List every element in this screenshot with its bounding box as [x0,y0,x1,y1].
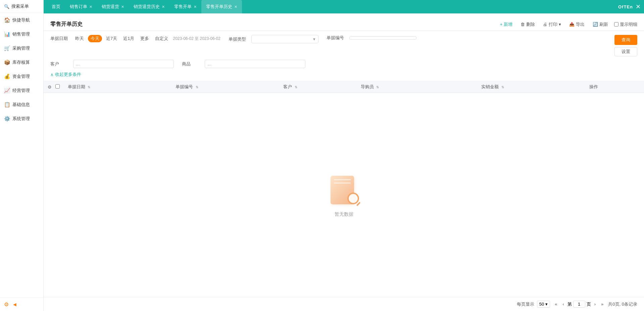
col-date-sort[interactable]: ⇅ [88,85,90,89]
sidebar-item-sys-mgmt[interactable]: ⚙️ 系统管理 [0,112,43,126]
table-settings-icon[interactable]: ⚙ [48,85,52,90]
doc-type-label: 单据类型 [229,36,249,42]
doc-no-input[interactable] [349,36,416,40]
date-btn-today[interactable]: 今天 [88,35,102,42]
box-icon: 📦 [4,59,10,65]
settings-col: ⚙ [44,81,64,93]
sidebar-item-base-info[interactable]: 📋 基础信息 [0,98,43,112]
sidebar: 🔍 搜索采单 🏠 快捷导航 📊 销售管理 🛒 采购管理 📦 库存核算 💰 资金管… [0,0,44,311]
collapse-filter-btn[interactable]: ∧ 收起更多条件 [50,71,637,77]
date-btn-yesterday[interactable]: 昨天 [73,35,86,42]
col-customer-sort[interactable]: ⇅ [295,85,297,89]
page-next-btn[interactable]: › [592,301,598,307]
delete-icon: 🗑 [521,22,525,27]
tab-home[interactable]: 首页 [47,0,65,13]
sidebar-item-label: 基础信息 [12,102,30,108]
select-arrow-icon: ▾ [313,37,315,42]
goods-label: 商品 [182,61,202,67]
show-detail-input[interactable] [614,22,618,27]
goods-input[interactable]: ... [205,60,305,68]
sidebar-item-operations[interactable]: 📈 经营管理 [0,84,43,98]
print-button[interactable]: 🖨 打印 ▾ [541,20,563,29]
date-btn-more[interactable]: 更多 [138,35,151,42]
sidebar-item-quick-nav[interactable]: 🏠 快捷导航 [0,13,43,27]
col-action: 操作 [585,81,644,93]
clipboard-icon: 📋 [4,102,10,108]
customer-input[interactable]: ... [73,60,174,68]
sidebar-item-label: 资金管理 [12,73,30,80]
settings-footer-btn[interactable]: ⚙ [4,301,9,308]
col-amount-sort[interactable]: ⇅ [501,85,504,89]
show-detail-checkbox[interactable]: 显示明细 [614,21,637,28]
select-all-checkbox[interactable] [55,84,60,89]
query-button[interactable]: 查询 [614,35,637,45]
export-button[interactable]: 📤 导出 [567,20,587,29]
per-page-value: 50 [539,302,544,307]
sidebar-item-sales-mgmt[interactable]: 📊 销售管理 [0,27,43,41]
tab-sales-return-history-close[interactable]: ✕ [162,5,165,9]
doc-type-select[interactable]: ▾ [251,35,318,43]
no-data-text: 暂无数据 [335,211,353,217]
filter-section: 单据日期 昨天 今天 近7天 近1月 更多 自定义 2023-06-02 至 2… [44,31,644,81]
tab-bar-right: OfTEn ✕ [618,3,641,10]
per-page-select[interactable]: 50 ▾ [537,301,550,308]
tab-sales-return-history[interactable]: 销货退货历史 ✕ [129,0,169,13]
export-icon: 📤 [569,22,575,27]
tab-sales-return[interactable]: 销货退货 ✕ [97,0,129,13]
per-page-arrow: ▾ [545,302,548,307]
tab-sales-return-close[interactable]: ✕ [121,5,124,9]
page-last-btn[interactable]: » [599,301,605,307]
sidebar-search[interactable]: 🔍 搜索采单 [0,0,43,13]
page-first-btn[interactable]: « [553,301,559,307]
tab-retail-open-history[interactable]: 零售开单历史 ✕ [201,0,242,13]
goods-filter-field: 商品 ... [182,60,305,68]
tab-retail-open-history-label: 零售开单历史 [206,4,232,10]
col-no: 单据编号 ⇅ [171,81,279,93]
col-no-sort[interactable]: ⇅ [196,85,198,89]
col-amount-label: 实销金额 [481,84,499,89]
show-detail-label: 显示明细 [620,21,637,28]
chart-icon: 📊 [4,31,10,37]
col-date-label: 单据日期 [68,84,85,89]
tab-home-label: 首页 [52,4,60,10]
page-title: 零售开单历史 [50,21,83,28]
sidebar-item-label: 经营管理 [12,88,30,94]
search-illustration [347,193,359,204]
sidebar-item-purchase-mgmt[interactable]: 🛒 采购管理 [0,41,43,55]
page-prev-btn[interactable]: ‹ [560,301,566,307]
collapse-sidebar-btn[interactable]: ◄ [12,302,17,308]
sidebar-item-inventory[interactable]: 📦 库存核算 [0,55,43,69]
main-content: 首页 销售订单 ✕ 销货退货 ✕ 销货退货历史 ✕ 零售开单 ✕ 零售开单历史 … [44,0,644,311]
refresh-button[interactable]: 🔄 刷新 [591,20,610,29]
collapse-label: 收起更多条件 [55,71,81,77]
tab-retail-open[interactable]: 零售开单 ✕ [169,0,201,13]
print-label: 打印 [549,21,557,28]
window-close-btn[interactable]: ✕ [636,3,641,10]
tab-sales-order[interactable]: 销售订单 ✕ [65,0,97,13]
sidebar-item-label: 系统管理 [12,116,30,122]
date-btn-custom[interactable]: 自定义 [153,35,170,42]
col-action-label: 操作 [589,84,598,89]
doc-no-label: 单据编号 [327,35,347,41]
settings-button[interactable]: 设置 [614,47,637,56]
tab-retail-open-label: 零售开单 [174,4,192,10]
tab-retail-open-close[interactable]: ✕ [194,5,197,9]
money-icon: 💰 [4,73,10,80]
add-button[interactable]: + 新增 [498,20,514,29]
date-btn-last1month[interactable]: 近1月 [121,35,136,42]
sidebar-item-finance[interactable]: 💰 资金管理 [0,69,43,84]
tab-retail-open-history-close[interactable]: ✕ [234,5,237,9]
date-btn-last7[interactable]: 近7天 [104,35,119,42]
page-input[interactable] [573,301,585,308]
doc-no-filter-field: 单据编号 [327,35,416,41]
col-amount: 实销金额 ⇅ [477,81,585,93]
tab-sales-order-close[interactable]: ✕ [89,5,92,9]
col-guide-sort[interactable]: ⇅ [376,85,379,89]
page-end-label: 页 [587,301,591,307]
tab-bar: 首页 销售订单 ✕ 销货退货 ✕ 销货退货历史 ✕ 零售开单 ✕ 零售开单历史 … [44,0,644,13]
growth-icon: 📈 [4,88,10,94]
date-label: 单据日期 [50,36,70,42]
delete-button[interactable]: 🗑 删除 [518,20,537,29]
cart-icon: 🛒 [4,45,10,51]
table-area: ⚙ 单据日期 ⇅ 单据编号 ⇅ 客户 [44,81,644,297]
